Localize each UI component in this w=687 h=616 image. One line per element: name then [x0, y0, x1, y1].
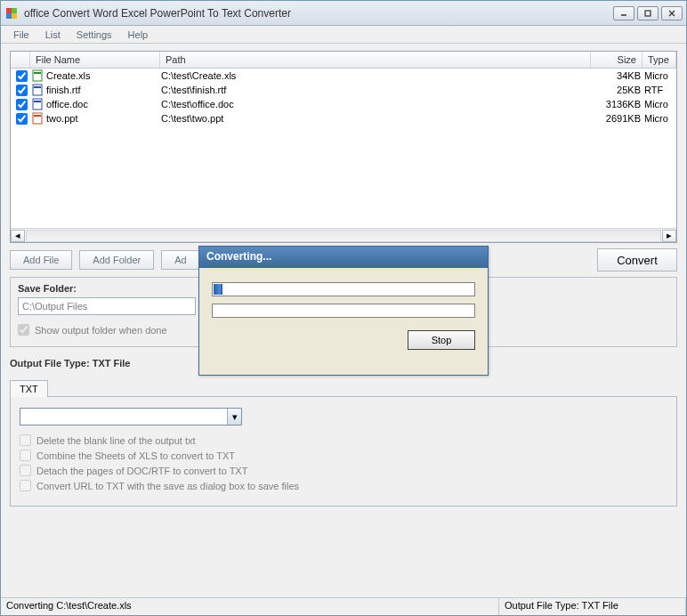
file-ppt-icon — [31, 112, 44, 125]
row-checkbox[interactable] — [16, 85, 28, 96]
minimize-button[interactable] — [613, 6, 634, 20]
progress-bar-1 — [212, 282, 475, 296]
row-type: Micro — [641, 99, 675, 109]
close-button[interactable] — [661, 6, 683, 20]
list-header: File Name Path Size Type — [11, 52, 676, 69]
col-check[interactable] — [11, 52, 30, 68]
scroll-left-icon[interactable]: ◂ — [11, 230, 25, 242]
opt-combine-sheets[interactable]: Combine the Sheets of XLS to convert to … — [20, 450, 667, 461]
output-tabs: TXT — [10, 379, 677, 396]
svg-rect-2 — [6, 13, 12, 19]
menu-help[interactable]: Help — [121, 28, 156, 42]
row-size: 34KB — [589, 70, 641, 81]
show-output-checkbox[interactable] — [18, 324, 29, 336]
save-folder-input[interactable] — [18, 297, 196, 315]
add-button-partial[interactable]: Ad — [161, 250, 199, 270]
row-size: 3136KB — [589, 99, 641, 109]
svg-rect-0 — [6, 8, 12, 13]
maximize-button[interactable] — [637, 6, 659, 20]
titlebar: office Convert Word Excel PowerPoint To … — [1, 1, 686, 26]
add-file-button[interactable]: Add File — [10, 250, 72, 270]
scroll-right-icon[interactable]: ▸ — [662, 230, 676, 242]
row-size: 25KB — [589, 85, 641, 95]
svg-rect-9 — [34, 72, 41, 74]
table-row[interactable]: two.ppt C:\test\two.ppt 2691KB Micro — [11, 111, 676, 126]
table-row[interactable]: finish.rtf C:\test\finish.rtf 25KB RTF — [11, 83, 676, 97]
convert-button[interactable]: Convert — [597, 248, 677, 272]
svg-rect-11 — [34, 86, 41, 88]
chevron-down-icon[interactable]: ▾ — [227, 409, 241, 425]
svg-rect-1 — [12, 8, 17, 13]
svg-rect-12 — [33, 99, 42, 109]
list-body: Create.xls C:\test\Create.xls 34KB Micro… — [11, 69, 676, 228]
status-left: Converting C:\test\Create.xls — [1, 598, 499, 615]
row-name: office.doc — [46, 99, 88, 109]
progress-fill — [214, 284, 222, 295]
file-xls-icon — [31, 69, 44, 82]
file-list: File Name Path Size Type Create.xls C:\t… — [10, 51, 677, 243]
stop-button[interactable]: Stop — [408, 330, 475, 350]
row-checkbox[interactable] — [16, 70, 28, 82]
col-filename[interactable]: File Name — [30, 52, 160, 68]
txt-combo[interactable]: ▾ — [20, 408, 242, 426]
svg-rect-15 — [34, 115, 41, 117]
row-size: 2691KB — [589, 113, 641, 124]
svg-rect-8 — [33, 70, 42, 81]
opt-delete-blank[interactable]: Delete the blank line of the output txt — [20, 434, 667, 446]
main-window: office Convert Word Excel PowerPoint To … — [0, 0, 687, 616]
opt-convert-url[interactable]: Convert URL to TXT with the save as dial… — [20, 480, 667, 491]
col-size[interactable]: Size — [591, 52, 643, 68]
app-icon — [4, 6, 19, 20]
row-path: C:\test\office.doc — [161, 99, 589, 109]
row-type: RTF — [641, 85, 675, 95]
horizontal-scrollbar[interactable]: ◂ ▸ — [11, 228, 676, 242]
row-path: C:\test\finish.rtf — [161, 85, 589, 95]
converting-dialog: Converting... Stop — [198, 246, 489, 376]
dialog-title: Converting... — [199, 247, 488, 268]
status-right: Output File Type: TXT File — [499, 598, 686, 615]
file-rtf-icon — [31, 84, 44, 96]
menu-file[interactable]: File — [6, 28, 36, 42]
menu-settings[interactable]: Settings — [69, 28, 119, 42]
progress-bar-2 — [212, 304, 475, 318]
menu-list[interactable]: List — [38, 28, 68, 42]
row-path: C:\test\two.ppt — [161, 113, 589, 124]
statusbar: Converting C:\test\Create.xls Output Fil… — [1, 597, 686, 615]
opt-detach-pages[interactable]: Detach the pages of DOC/RTF to convert t… — [20, 465, 667, 476]
txt-options-panel: ▾ Delete the blank line of the output tx… — [10, 396, 677, 507]
tab-txt[interactable]: TXT — [10, 380, 48, 397]
svg-rect-3 — [12, 13, 17, 19]
row-name: two.ppt — [46, 113, 77, 124]
svg-rect-14 — [33, 113, 42, 124]
row-type: Micro — [641, 113, 675, 124]
row-name: Create.xls — [46, 70, 91, 81]
row-checkbox[interactable] — [16, 99, 28, 110]
show-output-label: Show output folder when done — [35, 325, 167, 336]
file-doc-icon — [31, 98, 44, 110]
window-title: office Convert Word Excel PowerPoint To … — [24, 7, 613, 20]
col-type[interactable]: Type — [643, 52, 676, 68]
svg-rect-10 — [33, 85, 42, 95]
row-checkbox[interactable] — [16, 113, 28, 125]
row-type: Micro — [641, 70, 675, 81]
row-name: finish.rtf — [46, 85, 81, 95]
scroll-track[interactable] — [26, 230, 661, 242]
col-path[interactable]: Path — [160, 52, 591, 68]
row-path: C:\test\Create.xls — [161, 70, 589, 81]
menubar: File List Settings Help — [1, 26, 686, 44]
svg-rect-13 — [34, 101, 41, 102]
add-folder-button[interactable]: Add Folder — [79, 250, 154, 270]
table-row[interactable]: Create.xls C:\test\Create.xls 34KB Micro — [11, 69, 676, 83]
table-row[interactable]: office.doc C:\test\office.doc 3136KB Mic… — [11, 97, 676, 111]
svg-rect-5 — [645, 11, 651, 16]
